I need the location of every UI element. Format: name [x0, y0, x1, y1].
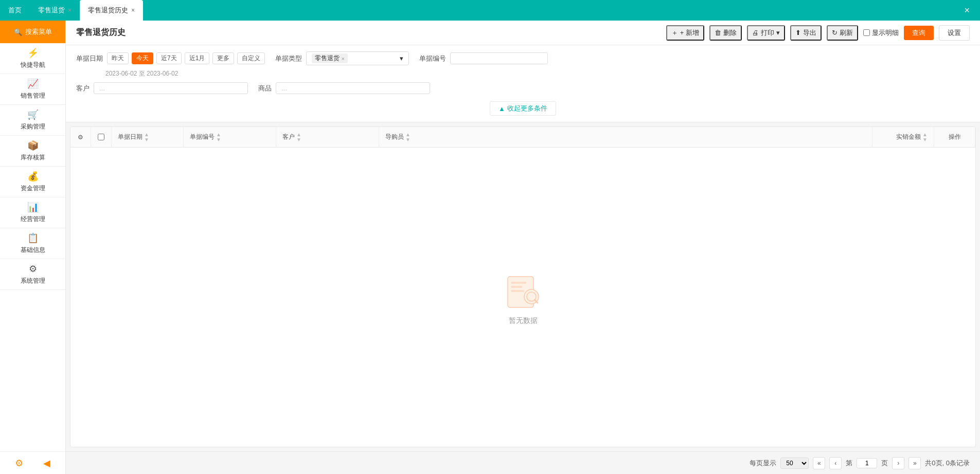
th-guide[interactable]: 导购员 ▲▼	[379, 127, 872, 147]
svg-rect-2	[511, 286, 522, 288]
th-number-label: 单据编号	[190, 133, 215, 141]
tab-retail-return-label: 零售退货	[38, 6, 65, 15]
th-amount[interactable]: 实销金额 ▲▼	[872, 127, 934, 147]
date-range-text: 2023-06-02 至 2023-06-02	[105, 70, 178, 77]
select-all-checkbox[interactable]	[98, 134, 104, 140]
page-header: 零售退货历史 ＋ + 新增 🗑 删除 🖨 打印 ▾ ⬆ 导出	[66, 21, 980, 45]
goods-filter-select[interactable]: ...	[276, 82, 430, 94]
date-btn-yesterday[interactable]: 昨天	[107, 52, 129, 64]
date-btn-today[interactable]: 今天	[132, 52, 153, 64]
page-label: 第	[846, 459, 852, 468]
show-detail-checkbox-label[interactable]: 显示明细	[863, 28, 899, 38]
page-number-input[interactable]	[857, 458, 877, 468]
sidebar-item-finance-label: 资金管理	[21, 184, 45, 193]
prev-page-button[interactable]: ‹	[829, 457, 842, 469]
sidebar-item-system[interactable]: ⚙ 系统管理	[0, 259, 65, 290]
total-label: 共0页, 0条记录	[925, 459, 970, 468]
tab-retail-return-history-close[interactable]: ×	[131, 7, 135, 14]
export-icon: ⬆	[795, 29, 801, 37]
sidebar: 🔍 搜索菜单 ⚡ 快捷导航 📈 销售管理 🛒 采购管理 📦 库存核算 💰 资金管…	[0, 21, 66, 474]
number-filter-label: 单据编号	[419, 54, 446, 63]
query-button[interactable]: 查询	[904, 26, 934, 40]
print-button[interactable]: 🖨 打印 ▾	[747, 25, 785, 41]
th-customer-label: 客户	[282, 133, 295, 141]
sidebar-item-sales[interactable]: 📈 销售管理	[0, 74, 65, 105]
th-guide-label: 导购员	[385, 133, 404, 141]
type-tag-close[interactable]: ×	[341, 56, 344, 62]
new-button[interactable]: ＋ + 新增	[666, 25, 704, 41]
sidebar-item-quick-nav[interactable]: ⚡ 快捷导航	[0, 43, 65, 74]
tab-home[interactable]: 首页	[0, 0, 30, 21]
th-date-sort-icon: ▲▼	[144, 132, 149, 142]
date-btn-custom[interactable]: 自定义	[237, 52, 265, 64]
system-icon: ⚙	[29, 263, 37, 275]
th-checkbox[interactable]	[91, 127, 112, 147]
tab-retail-return-history[interactable]: 零售退货历史 ×	[80, 0, 143, 21]
goods-filter-label: 商品	[258, 84, 272, 93]
print-icon: 🖨	[752, 29, 759, 37]
number-filter-input[interactable]	[450, 52, 548, 64]
type-filter-item: 单据类型 零售退货 × ▾	[275, 51, 409, 65]
page-title: 零售退货历史	[76, 27, 126, 38]
settings-button[interactable]: 设置	[939, 25, 970, 41]
type-tag-label: 零售退货	[315, 54, 340, 63]
type-dropdown-icon: ▾	[400, 54, 403, 62]
collapse-sidebar-icon[interactable]: ◀	[43, 458, 50, 469]
collapse-label: 收起更多条件	[507, 104, 547, 113]
sidebar-item-operations[interactable]: 📊 经营管理	[0, 197, 65, 228]
next-page-button[interactable]: ›	[892, 457, 904, 469]
collapse-filter-button[interactable]: ▲ 收起更多条件	[490, 101, 556, 116]
type-filter-select[interactable]: 零售退货 × ▾	[306, 51, 409, 65]
refresh-label: 刷新	[840, 28, 853, 38]
th-action: 操作	[934, 127, 975, 147]
sidebar-item-system-label: 系统管理	[21, 277, 45, 285]
print-label: 打印	[761, 28, 774, 38]
delete-label: 删除	[723, 28, 737, 38]
inventory-icon: 📦	[27, 140, 39, 151]
first-page-button[interactable]: «	[813, 457, 825, 469]
last-page-button[interactable]: »	[908, 457, 921, 469]
sidebar-item-inventory[interactable]: 📦 库存核算	[0, 136, 65, 167]
type-filter-label: 单据类型	[275, 54, 302, 63]
window-close-button[interactable]: ×	[964, 5, 970, 16]
sidebar-item-base-info-label: 基础信息	[21, 246, 45, 254]
quick-nav-icon: ⚡	[27, 47, 39, 59]
content-area: 零售退货历史 ＋ + 新增 🗑 删除 🖨 打印 ▾ ⬆ 导出	[66, 21, 980, 474]
th-customer[interactable]: 客户 ▲▼	[276, 127, 379, 147]
th-number[interactable]: 单据编号 ▲▼	[184, 127, 276, 147]
date-btn-more[interactable]: 更多	[212, 52, 234, 64]
th-settings[interactable]: ⚙	[70, 127, 91, 147]
sales-icon: 📈	[27, 78, 39, 89]
new-icon: ＋	[671, 28, 678, 38]
svg-rect-3	[511, 290, 524, 292]
data-table: ⚙ 单据日期 ▲▼ 单据编号 ▲▼ 客户 ▲▼ 导购员	[70, 126, 976, 447]
show-detail-label: 显示明细	[872, 28, 899, 38]
date-filter-label: 单据日期	[76, 54, 103, 63]
th-date[interactable]: 单据日期 ▲▼	[112, 127, 184, 147]
tab-retail-return-close[interactable]: ×	[68, 7, 72, 14]
sidebar-item-finance[interactable]: 💰 资金管理	[0, 167, 65, 197]
refresh-button[interactable]: ↻ 刷新	[827, 25, 858, 41]
customer-filter-label: 客户	[76, 84, 90, 93]
sidebar-item-base-info[interactable]: 📋 基础信息	[0, 228, 65, 259]
delete-button[interactable]: 🗑 删除	[709, 25, 742, 41]
sidebar-item-purchase[interactable]: 🛒 采购管理	[0, 105, 65, 136]
customer-dots: ...	[99, 84, 105, 92]
th-guide-sort-icon: ▲▼	[405, 132, 411, 142]
customer-filter-select[interactable]: ...	[94, 82, 248, 94]
base-info-icon: 📋	[27, 232, 39, 244]
date-btn-last7[interactable]: 近7天	[156, 52, 182, 64]
settings-bottom-icon[interactable]: ⚙	[15, 458, 23, 469]
date-btn-last-month[interactable]: 近1月	[185, 52, 210, 64]
export-button[interactable]: ⬆ 导出	[790, 25, 822, 41]
search-menu-button[interactable]: 🔍 搜索菜单	[0, 21, 65, 43]
topbar-right: ×	[964, 5, 980, 16]
new-label: + 新增	[680, 28, 699, 38]
show-detail-checkbox[interactable]	[863, 29, 870, 36]
search-icon: 🔍	[14, 28, 22, 36]
type-tag: 零售退货 ×	[312, 53, 347, 63]
table-header: ⚙ 单据日期 ▲▼ 单据编号 ▲▼ 客户 ▲▼ 导购员	[70, 127, 975, 148]
sidebar-item-quick-nav-label: 快捷导航	[21, 61, 45, 69]
tab-retail-return[interactable]: 零售退货 ×	[30, 0, 80, 21]
per-page-select[interactable]: 50 10 20 100	[780, 458, 809, 469]
